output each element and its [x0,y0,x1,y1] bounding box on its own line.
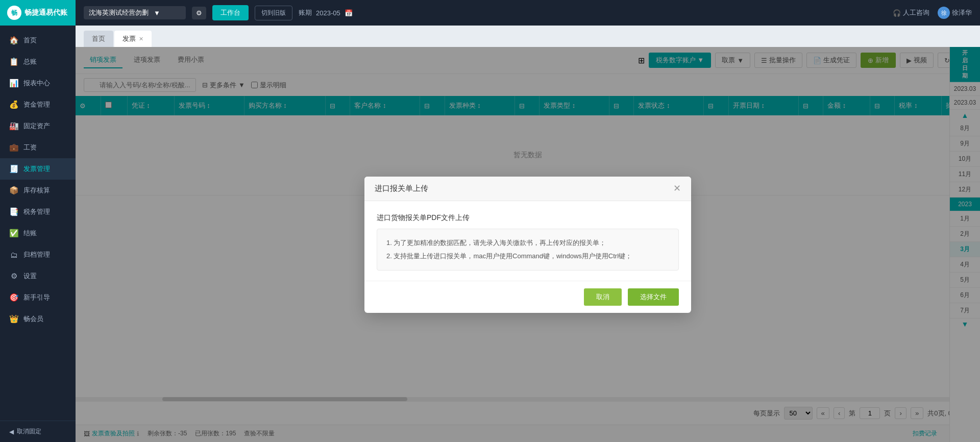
sidebar-item-archive[interactable]: 🗂 归档管理 [0,244,76,265]
period-value: 2023-05 [316,9,340,17]
sidebar-item-label: 报表中心 [23,79,50,88]
sidebar-item-label: 固定资产 [23,121,50,131]
sidebar-item-invoice[interactable]: 🧾 发票管理 [0,158,76,180]
dialog-info-box: 1. 为了更加精准的数据匹配，请先录入海关缴款书，再上传对应的报关单； 2. 支… [377,229,679,271]
archive-icon: 🗂 [9,251,18,259]
tab-home[interactable]: 首页 [84,31,113,47]
sidebar-item-label: 工资 [23,143,37,152]
tab-home-label: 首页 [92,34,105,43]
workspace-btn[interactable]: 工作台 [212,5,249,20]
sidebar-item-label: 首页 [23,36,37,45]
app-name: 畅捷通易代账 [24,8,67,17]
logo-icon: 畅 [7,6,21,20]
funds-icon: 💰 [9,100,18,109]
company-settings-btn[interactable]: ⚙ [192,7,206,19]
dialog-title: 进口报关单上传 [375,184,428,193]
cancel-fixed-label: 取消固定 [17,427,41,436]
headset-icon: 🎧 [893,9,901,17]
calendar-icon: 📅 [345,9,353,17]
page-area: 销项发票 进项发票 费用小票 ⊞ 税务数字账户 ▼ 取票 ▼ [76,47,980,442]
main-area: 沈海英测试经营勿删 ▼ ⚙ 工作台 切到旧版 账期 2023-05 📅 🎧 人工… [76,0,980,442]
company-dropdown-icon: ▼ [154,9,160,17]
sidebar-item-label: 设置 [23,272,37,281]
sidebar-item-reports[interactable]: 📊 报表中心 [0,72,76,94]
page-content: 销项发票 进项发票 费用小票 ⊞ 税务数字账户 ▼ 取票 ▼ [76,47,980,442]
topbar: 沈海英测试经营勿删 ▼ ⚙ 工作台 切到旧版 账期 2023-05 📅 🎧 人工… [76,0,980,26]
dialog-body: 进口货物报关单PDF文件上传 1. 为了更加精准的数据匹配，请先录入海关缴款书，… [364,201,691,281]
sidebar-item-label: 税务管理 [23,207,50,216]
checkout-icon: ✅ [9,229,18,238]
user-avatar[interactable]: 徐 徐泽华 [938,7,972,19]
select-file-btn[interactable]: 选择文件 [628,288,679,306]
sidebar-item-label: 发票管理 [23,164,50,174]
support-label: 人工咨询 [903,8,929,17]
cancel-dialog-btn[interactable]: 取消 [584,288,622,306]
period-display: 账期 2023-05 📅 [299,8,353,17]
home-icon: 🏠 [9,36,18,45]
ledger-icon: 📋 [9,57,18,66]
sidebar-item-salary[interactable]: 💼 工资 [0,137,76,158]
tabs-bar: 首页 发票 ✕ [76,26,980,47]
tab-invoice-label: 发票 [122,34,136,43]
member-icon: 👑 [9,314,18,324]
sidebar-item-assets[interactable]: 🏭 固定资产 [0,115,76,137]
assets-icon: 🏭 [9,121,18,131]
sidebar-item-ledger[interactable]: 📋 总账 [0,51,76,72]
dialog-overlay[interactable]: 进口报关单上传 ✕ 进口货物报关单PDF文件上传 1. 为了更加精准的数据匹配，… [76,47,980,442]
dialog-footer: 取消 选择文件 [364,281,691,313]
support-btn[interactable]: 🎧 人工咨询 [893,8,929,17]
sidebar-item-guide[interactable]: 🎯 新手引导 [0,287,76,308]
pin-icon: ◀ [9,428,14,435]
switch-version-btn[interactable]: 切到旧版 [255,6,292,20]
user-name: 徐泽华 [952,8,972,17]
salary-icon: 💼 [9,143,18,152]
sidebar-item-label: 畅会员 [23,314,43,324]
sidebar-item-inventory[interactable]: 📦 库存核算 [0,180,76,201]
company-name: 沈海英测试经营勿删 [89,8,149,17]
tab-close-icon[interactable]: ✕ [139,36,143,42]
sidebar-item-label: 结账 [23,229,37,238]
import-dialog: 进口报关单上传 ✕ 进口货物报关单PDF文件上传 1. 为了更加精准的数据匹配，… [364,177,691,313]
invoice-icon: 🧾 [9,164,18,174]
reports-icon: 📊 [9,79,18,88]
guide-icon: 🎯 [9,293,18,302]
dialog-info-line2: 2. 支持批量上传进口报关单，mac用户使用Command键，windows用户… [386,250,669,263]
avatar-icon: 徐 [938,7,950,19]
sidebar-nav: 🏠 首页 📋 总账 📊 报表中心 💰 资金管理 🏭 固定资产 💼 工资 🧾 发票… [0,26,76,421]
sidebar: 畅 畅捷通易代账 🏠 首页 📋 总账 📊 报表中心 💰 资金管理 🏭 固定资产 … [0,0,76,442]
inventory-icon: 📦 [9,186,18,195]
sidebar-item-label: 归档管理 [23,250,50,259]
sidebar-item-member[interactable]: 👑 畅会员 [0,308,76,330]
settings-icon: ⚙ [9,272,18,281]
sidebar-item-label: 新手引导 [23,293,50,302]
dialog-close-btn[interactable]: ✕ [673,184,681,193]
sidebar-item-label: 总账 [23,57,37,66]
topbar-right: 🎧 人工咨询 徐 徐泽华 [893,7,972,19]
sidebar-item-home[interactable]: 🏠 首页 [0,30,76,51]
sidebar-item-label: 资金管理 [23,100,50,109]
sidebar-item-funds[interactable]: 💰 资金管理 [0,94,76,115]
tax-icon: 📑 [9,207,18,216]
cancel-fixed-btn[interactable]: ◀ 取消固定 [0,421,76,442]
tab-invoice[interactable]: 发票 ✕ [114,31,152,47]
sidebar-item-label: 库存核算 [23,186,50,195]
period-label: 账期 [299,8,312,17]
dialog-section-title: 进口货物报关单PDF文件上传 [377,213,679,223]
sidebar-item-tax[interactable]: 📑 税务管理 [0,201,76,223]
dialog-info-line1: 1. 为了更加精准的数据匹配，请先录入海关缴款书，再上传对应的报关单； [386,236,669,250]
sidebar-item-checkout[interactable]: ✅ 结账 [0,223,76,244]
app-logo: 畅 畅捷通易代账 [0,0,76,26]
company-selector[interactable]: 沈海英测试经营勿删 ▼ [84,6,186,19]
dialog-header: 进口报关单上传 ✕ [364,177,691,201]
sidebar-item-settings[interactable]: ⚙ 设置 [0,265,76,287]
